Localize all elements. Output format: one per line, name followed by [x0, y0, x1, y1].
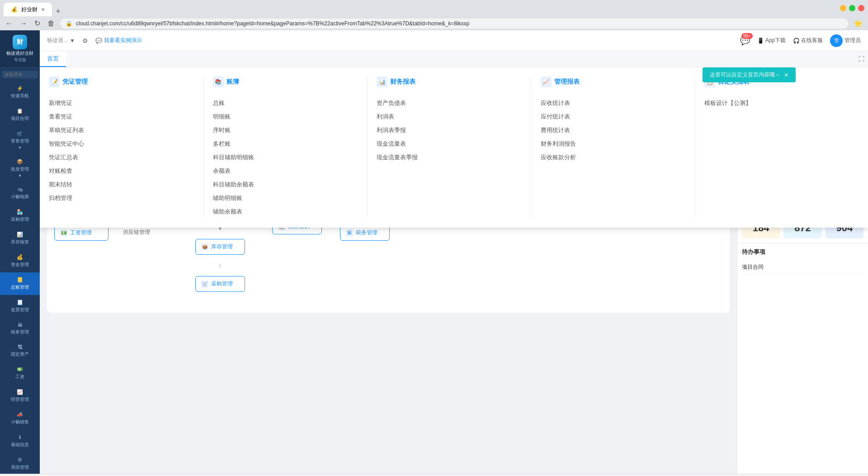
menu-item-archive[interactable]: 归档管理 [49, 191, 194, 205]
menu-item-aux-detail[interactable]: 辅助明细账 [213, 191, 359, 205]
demo-icon: 💬 [95, 38, 102, 44]
sidebar-item-base-info[interactable]: ℹ 基础信息 [0, 430, 40, 452]
menu-item-template-design[interactable]: 模板设计【公测】 [704, 96, 850, 110]
sidebar-item-sales[interactable]: 📣 小畅销售 [0, 407, 40, 430]
menu-item-payable-stats[interactable]: 应付统计表 [541, 110, 686, 124]
win-minimize[interactable] [840, 5, 846, 11]
active-tab[interactable]: 💰 好业财 × [4, 3, 52, 16]
finance-report-text: 财务报表 [390, 78, 415, 86]
sidebar-item-project[interactable]: 📋 项目合同 [0, 104, 40, 126]
quick-nav-label: 快速导航 [11, 93, 29, 99]
sidebar-item-funds[interactable]: 💰 资金管理 [0, 250, 40, 272]
brand-edition: 专业版 [14, 57, 26, 63]
sidebar-item-payroll[interactable]: 💵 工资 [0, 362, 40, 385]
payroll-box-icon: 💵 [60, 229, 67, 237]
invoice-label: 发票管理 [11, 307, 29, 313]
sidebar-search-input[interactable] [2, 71, 38, 78]
nav-back[interactable]: ← [4, 19, 14, 29]
address-bar[interactable]: 🔒 cloud.chanjet.com/cc/u6d89qwnryel/57bf… [60, 19, 848, 29]
menu-item-balance-sheet[interactable]: 资产负债表 [377, 96, 522, 110]
inventory-box[interactable]: 📦 库存管理 [195, 239, 245, 255]
sidebar-item-quick-nav[interactable]: ⚡ 快速导航 [0, 81, 40, 104]
inventory-label: 库存核算 [11, 239, 29, 245]
menu-item-expense-stats[interactable]: 费用统计表 [541, 124, 686, 137]
purchase-label: 采购管理 [211, 280, 233, 288]
menu-section-custom-report: 📋 自定义报表 模板设计【公测】 [695, 76, 859, 219]
sidebar-item-wholesale[interactable]: 📦 批发管理 ▼ [0, 154, 40, 182]
menu-item-reconcile[interactable]: 对账检查 [49, 164, 194, 178]
menu-item-view-voucher[interactable]: 查看凭证 [49, 110, 194, 124]
menu-item-subject-aux-detail[interactable]: 科目辅助明细账 [213, 151, 359, 164]
menu-item-income-quarterly[interactable]: 利润表季报 [377, 124, 522, 137]
menu-item-cashflow[interactable]: 现金流量表 [377, 137, 522, 151]
sidebar-item-operations[interactable]: 📈 经营管理 [0, 385, 40, 407]
menu-item-chronological[interactable]: 序时账 [213, 124, 359, 137]
menu-item-multi-column[interactable]: 多栏账 [213, 137, 359, 151]
funds-label: 资金管理 [11, 262, 29, 268]
dropdown-menu-overlay: 📝 凭证管理 新增凭证 查看凭证 草稿凭证列表 智能凭证中心 凭证汇总表 对账检… [40, 67, 868, 228]
sidebar-item-purchase[interactable]: 🏪 采购管理 [0, 205, 40, 227]
base-info-icon: ℹ [19, 434, 21, 440]
menu-item-period-close[interactable]: 期末结转 [49, 178, 194, 191]
sidebar-item-tax[interactable]: 🏛 税务管理 [0, 318, 40, 340]
sidebar-item-invoice[interactable]: 🧾 发票管理 [0, 295, 40, 318]
inventory-icon-box: 📦 [201, 243, 208, 251]
menu-item-subject-aux-balance[interactable]: 科目辅助余额表 [213, 178, 359, 191]
app-download-btn[interactable]: 📱 App下载 [757, 37, 786, 44]
sidebar-item-system[interactable]: ⚙ 系统管理 [0, 452, 40, 474]
demo-link[interactable]: 💬 我要看实例演示 [95, 37, 142, 44]
sidebar-item-fixed-assets[interactable]: 🏗 固定资产 [0, 340, 40, 362]
company-selector[interactable]: 畅捷通... ▼ [47, 37, 75, 44]
menu-section-ledger: 📚 账簿 总账 明细账 序时账 多栏账 科目辅助明细账 余额表 科目辅助余额表 … [204, 76, 368, 219]
notification-area[interactable]: 💬 99+ [740, 36, 750, 46]
bookmark-btn[interactable]: ⭐ [852, 18, 864, 29]
menu-item-balance[interactable]: 余额表 [213, 164, 359, 178]
menu-item-general-ledger[interactable]: 总账 [213, 96, 359, 110]
menu-item-add-voucher[interactable]: 新增凭证 [49, 96, 194, 110]
top-bar-right: 💬 99+ 📱 App下载 🎧 在线客服 管 管理员 [740, 34, 861, 47]
win-maximize[interactable] [849, 5, 855, 11]
nav-delete[interactable]: 🗑 [46, 19, 57, 29]
wholesale-label: 批发管理 [11, 166, 29, 172]
purchase-box[interactable]: 🛒 采购管理 [195, 276, 245, 292]
payroll-label: 工资管理 [70, 229, 92, 237]
menu-item-profit-report[interactable]: 财务利润报告 [541, 137, 686, 151]
menu-item-income[interactable]: 利润表 [377, 110, 522, 124]
nav-forward[interactable]: → [18, 19, 29, 29]
tab-home[interactable]: 首页 [40, 51, 66, 67]
sidebar-search-area[interactable] [0, 68, 40, 81]
sidebar-item-ledger[interactable]: 📒 总账管理 [0, 272, 40, 295]
menu-item-draft-voucher[interactable]: 草稿凭证列表 [49, 124, 194, 137]
menu-section-manage-report: 📈 管理报表 应收统计表 应付统计表 费用统计表 财务利润报告 应收账款分析 [532, 76, 696, 219]
wholesale-icon: 📦 [17, 159, 23, 165]
online-service-btn[interactable]: 🎧 在线客服 [793, 37, 823, 44]
sidebar-item-retail[interactable]: 🛒 零售管理 ▼ [0, 126, 40, 154]
menu-item-receivable-stats[interactable]: 应收统计表 [541, 96, 686, 110]
company-name: 畅捷通... [47, 37, 68, 44]
menu-item-voucher-summary[interactable]: 凭证汇总表 [49, 151, 194, 164]
nav-refresh[interactable]: ↻ [33, 18, 42, 29]
todo-item-project[interactable]: 项目合同 [742, 261, 863, 274]
user-avatar[interactable]: 管 管理员 [830, 34, 861, 47]
menu-item-cashflow-quarterly[interactable]: 现金流量表季报 [377, 151, 522, 164]
tab-close-btn[interactable]: × [41, 6, 45, 13]
sales-label: 小畅销售 [11, 419, 29, 425]
tab-expand[interactable]: ⛶ [855, 56, 868, 62]
menu-item-receivable-analysis[interactable]: 应收账款分析 [541, 151, 686, 164]
menu-item-aux-balance[interactable]: 辅助余额表 [213, 205, 359, 219]
menu-section-ledger-title: 📚 账簿 [213, 76, 359, 91]
inventory-label: 库存管理 [211, 243, 233, 251]
ledger-label: 总账管理 [11, 284, 29, 290]
toast-close-icon[interactable]: ✕ [784, 72, 788, 78]
menu-section-manage-title: 📈 管理报表 [541, 76, 686, 91]
new-tab-btn[interactable]: + [52, 7, 64, 16]
manage-report-text: 管理报表 [554, 78, 580, 86]
sidebar-item-ecommerce[interactable]: 🛍 小畅电商 [0, 182, 40, 205]
ecommerce-label: 小畅电商 [11, 194, 29, 200]
menu-item-smart-voucher[interactable]: 智能凭证中心 [49, 137, 194, 151]
topbar-settings-icon[interactable]: ⚙ [82, 37, 88, 44]
address-bar-row: ← → ↻ 🗑 🔒 cloud.chanjet.com/cc/u6d89qwnr… [0, 16, 868, 30]
menu-item-detailed-ledger[interactable]: 明细账 [213, 110, 359, 124]
sidebar-item-inventory[interactable]: 📊 库存核算 [0, 227, 40, 250]
win-close[interactable] [858, 5, 864, 11]
